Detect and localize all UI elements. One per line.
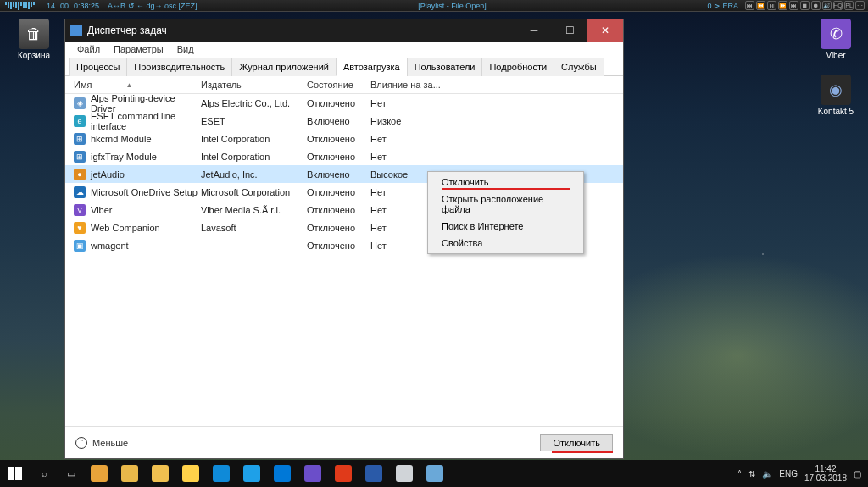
desktop-icon-viber[interactable]: ✆ Viber — [810, 19, 861, 60]
tray-volume-icon[interactable]: 🔈 — [762, 469, 772, 479]
recycle-bin-label: Корзина — [18, 51, 50, 60]
taskbar-app-1[interactable] — [115, 460, 144, 487]
tab-4[interactable]: Пользователи — [407, 58, 483, 76]
tab-3[interactable]: Автозагрузка — [336, 58, 408, 76]
row-name: ESET command line interface — [91, 111, 201, 131]
taskbar-app-2[interactable] — [146, 460, 175, 487]
row-state: Отключено — [307, 134, 370, 144]
equalizer-icon — [5, 2, 35, 10]
system-tray: ˄ ⇅ 🔈 ENG 11:42 17.03.2018 ▢ — [737, 464, 868, 483]
tray-language[interactable]: ENG — [779, 469, 798, 479]
tab-5[interactable]: Подробности — [481, 58, 554, 76]
row-publisher: Lavasoft — [201, 223, 307, 233]
ctx-properties[interactable]: Свойства — [430, 235, 581, 252]
startup-row[interactable]: ◈Alps Pointing-device DriverAlps Electri… — [65, 94, 623, 112]
startup-row[interactable]: ⊞hkcmd ModuleIntel CorporationОтключеноН… — [65, 130, 623, 147]
player-button-6[interactable]: ⏺ — [811, 1, 821, 10]
taskbar-apps — [85, 460, 449, 487]
player-button-9[interactable]: PL — [844, 1, 854, 10]
app-icon: ◈ — [74, 97, 86, 109]
row-name: Microsoft OneDrive Setup — [91, 187, 198, 197]
startup-row[interactable]: eESET command line interfaceESETВключено… — [65, 112, 623, 130]
taskbar-app-9[interactable] — [359, 460, 388, 487]
row-publisher: Microsoft Corporation — [201, 187, 307, 197]
taskbar-app-3[interactable] — [176, 460, 205, 487]
menu-view[interactable]: Вид — [170, 43, 201, 55]
player-info: A↔B ↺ ← dg→ osc [ZEZ] — [108, 2, 198, 10]
menu-options[interactable]: Параметры — [107, 43, 170, 55]
taskbar-app-8[interactable] — [329, 460, 358, 487]
player-button-1[interactable]: ⏪ — [756, 1, 765, 10]
taskbar-app-icon — [396, 465, 413, 482]
player-button-5[interactable]: ⏹ — [800, 1, 810, 10]
taskbar-app-6[interactable] — [268, 460, 297, 487]
ctx-open-location[interactable]: Открыть расположение файла — [430, 191, 581, 218]
row-impact: Нет — [370, 98, 615, 108]
player-button-8[interactable]: HQ — [833, 1, 843, 10]
startup-row[interactable]: ⊞igfxTray ModuleIntel CorporationОтключе… — [65, 147, 623, 165]
player-button-2[interactable]: ⏯ — [767, 1, 776, 10]
column-name[interactable]: Имя ▲ — [74, 80, 201, 90]
player-button-7[interactable]: 🔊 — [822, 1, 832, 10]
svg-rect-2 — [8, 473, 14, 480]
row-publisher: Intel Corporation — [201, 152, 307, 162]
player-button-3[interactable]: ⏩ — [778, 1, 787, 10]
fewer-details-button[interactable]: ˄ Меньше — [75, 437, 128, 449]
taskbar-app-4[interactable] — [207, 460, 236, 487]
taskbar-app-icon — [213, 465, 230, 482]
taskbar-app-5[interactable] — [237, 460, 266, 487]
tray-chevron-icon[interactable]: ˄ — [737, 469, 742, 479]
column-name-label: Имя — [74, 80, 92, 90]
desktop-icon-recycle-bin[interactable]: 🗑 Корзина — [8, 19, 59, 60]
titlebar[interactable]: Диспетчер задач ─ ☐ ✕ — [65, 19, 623, 42]
ctx-disable[interactable]: Отключить — [430, 174, 581, 191]
taskbar-app-10[interactable] — [390, 460, 419, 487]
row-state: Отключено — [307, 187, 370, 197]
tray-action-center-icon[interactable]: ▢ — [854, 469, 861, 479]
app-icon: ⊞ — [74, 133, 86, 145]
row-publisher: Alps Electric Co., Ltd. — [201, 98, 307, 108]
app-icon: ▣ — [74, 240, 86, 252]
search-icon: ⌕ — [42, 468, 47, 479]
player-button-10[interactable]: ⋯ — [855, 1, 865, 10]
taskbar-app-0[interactable] — [85, 460, 114, 487]
task-view-button[interactable]: ▭ — [58, 468, 85, 479]
taskbar-app-icon — [426, 465, 443, 482]
app-icon: ♥ — [74, 222, 86, 234]
tab-2[interactable]: Журнал приложений — [231, 58, 337, 76]
player-button-0[interactable]: ⏮ — [745, 1, 754, 10]
taskbar-app-11[interactable] — [420, 460, 449, 487]
desktop-icon-kontakt[interactable]: ◉ Kontakt 5 — [810, 75, 861, 116]
row-publisher: Intel Corporation — [201, 134, 307, 144]
player-button-4[interactable]: ⏭ — [789, 1, 798, 10]
row-name: Web Companion — [91, 223, 160, 233]
taskbar-app-7[interactable] — [298, 460, 327, 487]
ctx-search-online[interactable]: Поиск в Интернете — [430, 218, 581, 235]
tray-network-icon[interactable]: ⇅ — [748, 469, 755, 479]
taskbar-app-icon — [243, 465, 260, 482]
row-state: Включено — [307, 169, 370, 180]
start-button[interactable] — [0, 460, 31, 487]
tab-0[interactable]: Процессы — [69, 58, 127, 76]
svg-rect-0 — [8, 467, 14, 473]
disable-button[interactable]: Отключить — [540, 434, 613, 451]
row-name: jetAudio — [91, 169, 125, 180]
search-button[interactable]: ⌕ — [31, 468, 58, 479]
tab-6[interactable]: Службы — [554, 58, 604, 76]
column-state[interactable]: Состояние — [307, 80, 370, 90]
tab-1[interactable]: Производительность — [126, 58, 232, 76]
column-publisher[interactable]: Издатель — [201, 80, 307, 90]
column-headers: Имя ▲ Издатель Состояние Влияние на за..… — [65, 76, 623, 94]
annotation-underline — [552, 451, 613, 453]
column-impact[interactable]: Влияние на за... — [370, 80, 615, 90]
taskbar-app-icon — [335, 465, 352, 482]
kontakt-label: Kontakt 5 — [818, 107, 854, 116]
row-state: Включено — [307, 116, 370, 126]
maximize-button[interactable]: ☐ — [552, 19, 587, 42]
minimize-button[interactable]: ─ — [516, 19, 552, 42]
chevron-up-icon: ˄ — [75, 437, 87, 449]
window-title: Диспетчер задач — [87, 25, 167, 36]
close-button[interactable]: ✕ — [587, 19, 623, 42]
tray-clock[interactable]: 11:42 17.03.2018 — [804, 464, 847, 483]
menu-file[interactable]: Файл — [70, 43, 107, 55]
